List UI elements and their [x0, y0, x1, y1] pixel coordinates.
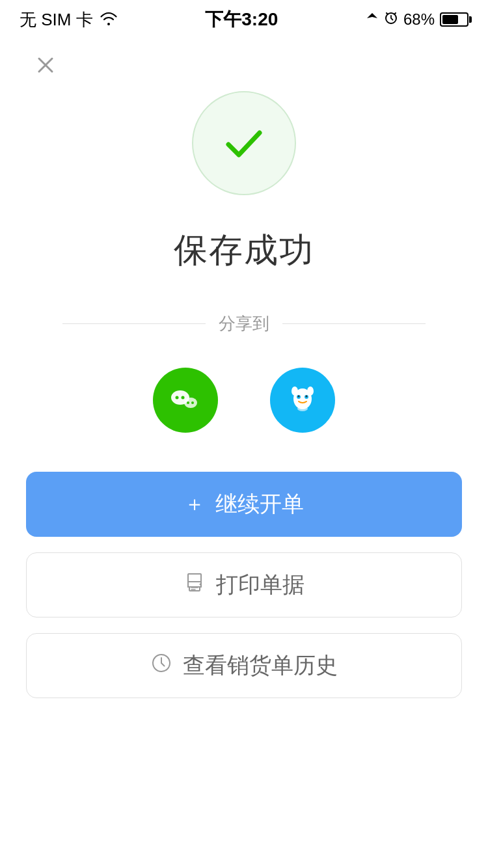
status-right: 68%: [366, 10, 468, 29]
status-time: 下午3:20: [205, 7, 278, 32]
success-title: 保存成功: [174, 228, 314, 273]
qq-share-button[interactable]: [270, 368, 335, 433]
svg-point-13: [291, 387, 298, 396]
share-label: 分享到: [219, 312, 269, 335]
action-buttons: ＋ 继续开单 打印单据 查看销货单历史: [0, 472, 488, 698]
battery-percentage: 68%: [403, 10, 435, 29]
svg-point-17: [200, 584, 202, 586]
continue-order-button[interactable]: ＋ 继续开单: [26, 472, 462, 537]
svg-rect-15: [188, 574, 201, 582]
status-bar: 无 SIM 卡 下午3:20 68%: [0, 0, 488, 39]
printer-icon: [183, 571, 206, 599]
location-icon: [366, 10, 379, 29]
share-icons-container: [153, 368, 335, 433]
continue-order-label: 继续开单: [215, 489, 304, 519]
svg-point-10: [298, 396, 300, 398]
clock-icon: [150, 652, 172, 679]
qq-icon: [283, 381, 322, 420]
wechat-share-button[interactable]: [153, 368, 218, 433]
svg-point-6: [191, 401, 194, 404]
svg-point-4: [184, 398, 197, 408]
svg-point-14: [307, 387, 314, 396]
checkmark-icon: [218, 117, 270, 169]
share-section: 分享到: [0, 312, 488, 433]
success-icon-circle: [192, 91, 296, 195]
print-label: 打印单据: [216, 570, 305, 600]
history-label: 查看销货单历史: [183, 651, 338, 681]
svg-point-2: [176, 396, 179, 400]
divider-right: [282, 323, 426, 324]
wifi-icon: [100, 10, 118, 30]
status-left: 无 SIM 卡: [20, 8, 118, 31]
main-content: 保存成功 分享到: [0, 39, 488, 868]
divider-left: [62, 323, 206, 324]
svg-point-12: [297, 406, 308, 411]
alarm-icon: [384, 10, 398, 29]
battery-icon: [440, 12, 468, 27]
print-button[interactable]: 打印单据: [26, 552, 462, 617]
wechat-icon: [166, 381, 205, 420]
plus-icon: ＋: [184, 490, 205, 519]
history-button[interactable]: 查看销货单历史: [26, 633, 462, 698]
svg-point-3: [182, 396, 185, 400]
carrier-text: 无 SIM 卡: [20, 8, 93, 31]
svg-point-5: [187, 401, 189, 404]
svg-point-11: [306, 396, 308, 398]
share-divider: 分享到: [0, 312, 488, 335]
